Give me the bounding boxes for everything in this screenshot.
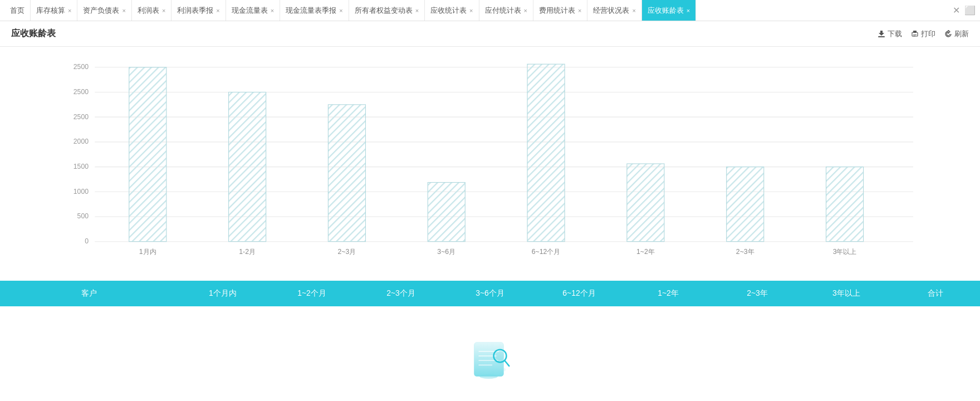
- svg-text:2500: 2500: [74, 113, 89, 121]
- download-icon: [878, 30, 885, 38]
- tab-profit-close[interactable]: ×: [162, 7, 165, 14]
- svg-text:2000: 2000: [74, 138, 89, 145]
- tab-cashflow-quarter-close[interactable]: ×: [339, 7, 342, 14]
- table-header: 客户 1个月内 1~2个月 2~3个月 3~6个月 6~12个月 1~2年 2~…: [0, 281, 980, 306]
- tab-equity[interactable]: 所有者权益变动表 ×: [349, 0, 425, 21]
- refresh-button[interactable]: 刷新: [944, 29, 969, 39]
- empty-state: [0, 306, 980, 401]
- col-3-6month: 3~6个月: [445, 281, 535, 306]
- svg-rect-2: [913, 31, 917, 33]
- print-label: 打印: [921, 29, 935, 39]
- tab-ar-stat-label: 应收统计表: [430, 6, 467, 16]
- tab-inventory[interactable]: 库存核算 ×: [31, 0, 77, 21]
- col-1-2month: 1~2个月: [267, 281, 356, 306]
- download-label: 下载: [888, 29, 902, 39]
- window-actions: ✕ ⬜: [953, 5, 976, 16]
- col-6-12month: 6~12个月: [535, 281, 624, 306]
- tab-inventory-label: 库存核算: [36, 6, 65, 16]
- header-actions: 下载 打印 刷新: [878, 29, 969, 39]
- svg-text:3~6月: 3~6月: [437, 248, 455, 256]
- tab-profit-quarter[interactable]: 利润表季报 ×: [171, 0, 226, 21]
- window-maximize-icon[interactable]: ⬜: [964, 5, 976, 16]
- col-3plus-year: 3年以上: [802, 281, 891, 306]
- svg-text:3年以上: 3年以上: [833, 248, 857, 256]
- svg-point-46: [496, 351, 504, 360]
- col-1month: 1个月内: [178, 281, 267, 306]
- page-title: 应收账龄表: [11, 28, 56, 40]
- tab-cashflow-close[interactable]: ×: [271, 7, 274, 14]
- tab-equity-label: 所有者权益变动表: [355, 6, 413, 16]
- tab-expense-stat-close[interactable]: ×: [578, 7, 581, 14]
- svg-rect-32: [627, 164, 664, 242]
- svg-text:1-2月: 1-2月: [239, 248, 256, 256]
- svg-point-48: [479, 374, 498, 379]
- tab-ar-stat[interactable]: 应收统计表 ×: [425, 0, 479, 21]
- col-2-3month: 2~3个月: [356, 281, 445, 306]
- print-icon: [911, 30, 919, 38]
- col-customer: 客户: [0, 281, 178, 306]
- svg-rect-30: [527, 64, 565, 242]
- svg-rect-3: [913, 35, 917, 35]
- tab-home-label: 首页: [10, 6, 24, 16]
- empty-illustration: [462, 329, 518, 379]
- svg-text:2500: 2500: [74, 88, 89, 96]
- tab-operation-label: 经营状况表: [593, 6, 629, 16]
- col-total: 合计: [891, 281, 980, 306]
- tab-ar-aging-close[interactable]: ×: [687, 7, 690, 14]
- tab-operation-close[interactable]: ×: [632, 7, 635, 14]
- svg-rect-34: [727, 167, 764, 242]
- col-2-3year: 2~3年: [713, 281, 802, 306]
- svg-rect-26: [328, 105, 365, 242]
- tab-operation[interactable]: 经营状况表 ×: [587, 0, 641, 21]
- tab-home[interactable]: 首页: [4, 0, 31, 21]
- svg-text:2~3年: 2~3年: [736, 248, 754, 256]
- svg-line-47: [504, 360, 509, 366]
- tab-expense-stat-label: 费用统计表: [539, 6, 575, 16]
- download-button[interactable]: 下载: [878, 29, 902, 39]
- svg-text:2500: 2500: [74, 63, 89, 71]
- refresh-icon: [944, 30, 952, 38]
- tab-cashflow-quarter-label: 现金流量表季报: [286, 6, 336, 16]
- tab-bar: 首页 库存核算 × 资产负债表 × 利润表 × 利润表季报 × 现金流量表 × …: [0, 0, 980, 21]
- col-1-2year: 1~2年: [624, 281, 713, 306]
- page-header: 应收账龄表 下载 打印 刷新: [0, 21, 980, 47]
- svg-text:500: 500: [77, 212, 89, 220]
- tab-profit[interactable]: 利润表 ×: [132, 0, 171, 21]
- svg-text:1月内: 1月内: [139, 248, 156, 256]
- tab-balance-close[interactable]: ×: [122, 7, 125, 14]
- tab-profit-label: 利润表: [138, 6, 159, 16]
- svg-rect-36: [826, 167, 864, 242]
- svg-text:2~3月: 2~3月: [338, 248, 356, 256]
- tab-equity-close[interactable]: ×: [415, 7, 419, 14]
- refresh-label: 刷新: [954, 29, 969, 39]
- tab-cashflow-quarter[interactable]: 现金流量表季报 ×: [280, 0, 349, 21]
- tab-balance[interactable]: 资产负债表 ×: [77, 0, 131, 21]
- tab-expense-stat[interactable]: 费用统计表 ×: [533, 0, 587, 21]
- svg-rect-4: [913, 36, 915, 36]
- svg-rect-28: [428, 183, 465, 242]
- svg-text:6~12个月: 6~12个月: [532, 248, 561, 256]
- tab-inventory-close[interactable]: ×: [68, 7, 71, 14]
- chart-area: 2500 2500 2500 2000 1500 1000 500 0: [0, 47, 980, 281]
- tab-profit-quarter-label: 利润表季报: [177, 6, 213, 16]
- svg-text:1000: 1000: [74, 188, 89, 195]
- svg-text:0: 0: [85, 237, 89, 245]
- tab-ap-stat-label: 应付统计表: [485, 6, 521, 16]
- print-button[interactable]: 打印: [911, 29, 935, 39]
- tab-cashflow[interactable]: 现金流量表 ×: [226, 0, 280, 21]
- svg-rect-24: [229, 92, 266, 241]
- tab-ar-stat-close[interactable]: ×: [469, 7, 473, 14]
- bar-chart: 2500 2500 2500 2000 1500 1000 500 0: [17, 58, 963, 270]
- svg-text:1500: 1500: [74, 163, 89, 170]
- tab-profit-quarter-close[interactable]: ×: [216, 7, 219, 14]
- tab-cashflow-label: 现金流量表: [232, 6, 268, 16]
- tab-balance-label: 资产负债表: [83, 6, 119, 16]
- tab-ar-aging[interactable]: 应收账龄表 ×: [642, 0, 696, 21]
- tab-ap-stat[interactable]: 应付统计表 ×: [479, 0, 533, 21]
- window-close-icon[interactable]: ✕: [953, 5, 960, 16]
- svg-rect-1: [912, 32, 918, 36]
- tab-ap-stat-close[interactable]: ×: [524, 7, 527, 14]
- svg-rect-0: [878, 36, 885, 37]
- main-content: 2500 2500 2500 2000 1500 1000 500 0: [0, 47, 980, 401]
- tab-ar-aging-label: 应收账龄表: [648, 6, 684, 16]
